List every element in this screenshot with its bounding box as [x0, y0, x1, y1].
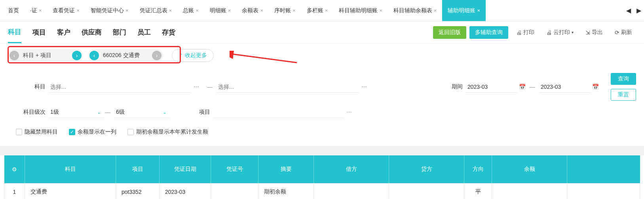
- cat-supplier[interactable]: 供应商: [82, 21, 102, 43]
- filter-form: 科目 ⋯ — ⋯ 期间 📅 — 📅 查询 重置 科目级次 ⌄ — ⌄ 项目 ⋯ …: [0, 66, 644, 146]
- tab-voucher[interactable]: ·证×: [25, 0, 47, 21]
- cloud-print-icon: 🖨: [546, 29, 552, 36]
- cat-employee[interactable]: 员工: [137, 21, 151, 43]
- tab-subject-aux-detail[interactable]: 科目辅助明细账×: [333, 0, 388, 21]
- combo-pill[interactable]: ‹ 科目 + 项目 ›: [8, 49, 83, 62]
- annotation-arrow-icon: [230, 51, 301, 67]
- chevron-left-icon[interactable]: ‹: [89, 51, 99, 60]
- period-to-input[interactable]: [539, 81, 591, 93]
- close-icon[interactable]: ×: [260, 8, 263, 13]
- cat-customer[interactable]: 客户: [57, 21, 70, 43]
- cell-voucher: [211, 183, 258, 199]
- range-dash: —: [530, 84, 535, 90]
- close-icon[interactable]: ×: [39, 8, 42, 13]
- ellipsis-icon[interactable]: ⋯: [346, 109, 352, 115]
- level-from-select[interactable]: [49, 106, 104, 118]
- range-dash: —: [207, 84, 213, 90]
- gear-header[interactable]: ⚙: [4, 155, 25, 183]
- tab-subject-aux-balance[interactable]: 科目辅助余额表×: [388, 0, 443, 21]
- table-row[interactable]: 1 交通费 pot3352 2023-03 期初余额 平: [4, 183, 640, 199]
- tabs-prev-icon[interactable]: ◀: [623, 0, 634, 21]
- hide-disabled-checkbox[interactable]: 隐藏禁用科目: [16, 128, 58, 136]
- cell-idx: 1: [4, 183, 25, 199]
- collapse-more-button[interactable]: ⌃ 收起更多: [172, 49, 214, 62]
- close-icon[interactable]: ×: [125, 8, 129, 13]
- subject-to-input[interactable]: [217, 81, 359, 93]
- account-pill[interactable]: ‹ 660206 交通费 ›: [88, 49, 163, 62]
- close-icon[interactable]: ×: [434, 8, 437, 13]
- cell-debit: [314, 183, 389, 199]
- level-label: 科目级次: [16, 109, 46, 116]
- combo-pill-label: 科目 + 项目: [19, 52, 72, 59]
- tab-general-ledger[interactable]: 总账×: [177, 0, 204, 21]
- calendar-icon[interactable]: 📅: [519, 84, 526, 90]
- tab-chronological[interactable]: 序时账×: [269, 0, 301, 21]
- chevron-down-icon[interactable]: ⌄: [163, 109, 167, 115]
- level-to-select[interactable]: [114, 106, 170, 118]
- close-icon[interactable]: ×: [325, 8, 328, 13]
- chevron-down-icon[interactable]: ⌄: [97, 109, 101, 115]
- close-icon[interactable]: ×: [196, 8, 199, 13]
- tab-multicolumn[interactable]: 多栏账×: [301, 0, 334, 21]
- col-extra: [567, 155, 640, 183]
- refresh-button[interactable]: ⟳刷新: [611, 27, 636, 38]
- reset-button[interactable]: 重置: [611, 89, 636, 101]
- table-header-row: ⚙ 科目 项目 凭证日期 凭证号 摘要 借方 贷方 方向 余额: [4, 155, 640, 183]
- cat-department[interactable]: 部门: [113, 21, 126, 43]
- col-project: 项目: [116, 155, 160, 183]
- cell-credit: [389, 183, 464, 199]
- close-icon[interactable]: ×: [379, 8, 382, 13]
- cell-subject: 交通费: [25, 183, 116, 199]
- tabs-next-icon[interactable]: ▶: [634, 0, 644, 21]
- ellipsis-icon[interactable]: ⋯: [194, 84, 199, 90]
- tab-voucher-summary[interactable]: 凭证汇总表×: [134, 0, 178, 21]
- balance-one-column-checkbox[interactable]: ✓余额显示在一列: [69, 128, 116, 136]
- chevron-left-icon[interactable]: ‹: [9, 51, 19, 60]
- refresh-icon: ⟳: [615, 29, 619, 36]
- col-debit: 借方: [314, 155, 389, 183]
- query-button[interactable]: 查询: [611, 73, 636, 85]
- cloud-print-button[interactable]: 🖨云打印▾: [542, 27, 578, 38]
- tab-detail-ledger[interactable]: 明细账×: [204, 0, 237, 21]
- chevron-right-icon[interactable]: ›: [152, 51, 161, 60]
- chevron-right-icon[interactable]: ›: [72, 51, 82, 60]
- col-summary: 摘要: [258, 155, 314, 183]
- close-icon[interactable]: ×: [477, 8, 480, 13]
- project-input[interactable]: [213, 106, 344, 118]
- cell-dir: 平: [464, 183, 492, 199]
- cat-inventory[interactable]: 存货: [162, 21, 175, 43]
- subject-from-input[interactable]: [49, 81, 191, 93]
- cell-project: pot3352: [116, 183, 160, 199]
- svg-line-0: [231, 54, 297, 63]
- gear-icon[interactable]: ⚙: [12, 166, 17, 172]
- tab-balance[interactable]: 余额表×: [236, 0, 269, 21]
- col-balance: 余额: [492, 155, 567, 183]
- tab-smart-voucher[interactable]: 智能凭证中心×: [85, 0, 134, 21]
- col-voucher: 凭证号: [211, 155, 258, 183]
- cell-balance: [492, 183, 567, 199]
- cell-extra: [567, 183, 640, 199]
- close-icon[interactable]: ×: [76, 8, 80, 13]
- tab-view-voucher[interactable]: 查看凭证×: [47, 0, 85, 21]
- close-icon[interactable]: ×: [169, 8, 172, 13]
- account-pill-label: 660206 交通费: [99, 52, 152, 59]
- tab-aux-detail[interactable]: 辅助明细账×: [442, 0, 486, 21]
- export-icon: ⇲: [585, 29, 590, 36]
- opening-year-total-checkbox[interactable]: 期初余额显示本年累计发生额: [127, 128, 208, 136]
- multi-aux-query-button[interactable]: 多辅助查询: [469, 26, 508, 39]
- close-icon[interactable]: ×: [228, 8, 231, 13]
- chevron-down-icon: ▾: [572, 30, 574, 34]
- calendar-icon[interactable]: 📅: [592, 84, 599, 90]
- printer-icon: 🖨: [516, 29, 522, 36]
- cat-project[interactable]: 项目: [32, 21, 46, 43]
- chevron-up-icon: ⌃: [179, 52, 183, 59]
- cat-subject[interactable]: 科目: [8, 21, 21, 43]
- cell-date: 2023-03: [160, 183, 211, 199]
- print-button[interactable]: 🖨打印: [512, 27, 538, 38]
- tab-home[interactable]: 首页: [2, 0, 25, 21]
- period-from-input[interactable]: [466, 81, 517, 93]
- ellipsis-icon[interactable]: ⋯: [361, 84, 367, 90]
- return-old-button[interactable]: 返回旧版: [433, 26, 466, 39]
- close-icon[interactable]: ×: [293, 8, 296, 13]
- export-button[interactable]: ⇲导出: [581, 27, 607, 38]
